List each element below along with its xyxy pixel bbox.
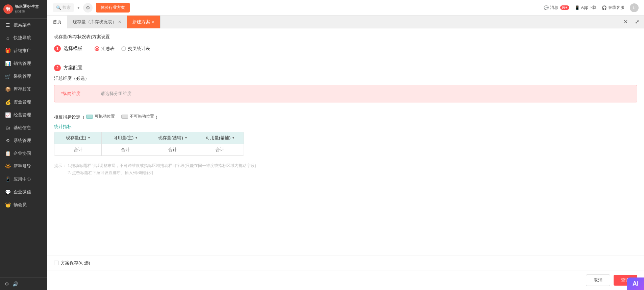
top-bar-right: 💬 消息 99+ 📱 App下载 🎧 在线客服 U (544, 3, 639, 12)
draggable-box (86, 115, 93, 119)
step2-header: 2 方案配置 (54, 65, 637, 71)
top-search[interactable]: 🔍 搜索 (53, 3, 74, 12)
sidebar-item-operations[interactable]: 📈 经营管理 (0, 108, 47, 121)
sidebar-item-label: 新手引导 (14, 163, 31, 169)
chevron-down-icon: ▾ (135, 136, 137, 140)
stats-col-2: 可用量(主) ▾ 合计 (102, 132, 149, 155)
stats-col-1-header[interactable]: 现存量(主) ▾ (54, 132, 101, 144)
trial-button[interactable]: 体验行业方案 (96, 3, 130, 13)
messages-link[interactable]: 💬 消息 99+ (544, 5, 569, 10)
stats-table-header: 现存量(主) ▾ 合计 可用量(主) ▾ 合计 (54, 132, 244, 155)
sidebar-item-purchase[interactable]: 🛒 采购管理 (0, 70, 47, 83)
stats-col-4-body: 合计 (196, 144, 244, 155)
stats-section: 统计指标 现存量(主) ▾ 合计 (54, 124, 637, 157)
metrics-label-text: 模板指标设定（ (54, 115, 85, 120)
step-divider (54, 59, 637, 59)
money-icon: 💰 (5, 99, 11, 105)
tab-inventory-close[interactable]: ✕ (118, 20, 121, 24)
tab-close-all-btn[interactable]: ✕ (621, 18, 630, 26)
phone-download-icon: 📱 (575, 5, 580, 10)
tab-new-plan-label: 新建方案 (132, 19, 150, 25)
sidebar-item-contract[interactable]: 📋 企业协同 (0, 147, 47, 160)
sidebar-item-app-center[interactable]: 📱 应用中心 (0, 173, 47, 186)
sidebar-bottom: ⚙ 🔊 (0, 277, 47, 290)
stats-col-4-header[interactable]: 可用量(基辅) ▾ (196, 132, 244, 144)
tab-new-plan[interactable]: 新建方案 ✕ (127, 16, 160, 28)
chat-icon: 💬 (5, 189, 11, 195)
sidebar-item-label: 系统管理 (14, 138, 31, 144)
sidebar-item-label: 经营管理 (14, 112, 31, 118)
guide-icon: 🔆 (5, 163, 11, 169)
tip-1: 提示： 1.拖动标题栏可以调整布局，不可跨维度或指标区域拖动栏目字段(只能在同一… (54, 162, 637, 170)
save-checkbox-box (54, 261, 59, 265)
sidebar-item-wechat[interactable]: 💬 企业微信 (0, 186, 47, 198)
gift-icon: 🎁 (5, 48, 11, 54)
metrics-divider (54, 108, 637, 108)
customer-service-link[interactable]: 🎧 在线客服 (602, 5, 624, 10)
contract-icon: 📋 (5, 150, 11, 156)
tab-new-plan-close[interactable]: ✕ (151, 20, 155, 24)
sidebar-item-quick-nav[interactable]: ⌂ 快捷导航 (0, 31, 47, 44)
stats-col-3-header[interactable]: 现存量(基辅) ▾ (149, 132, 196, 144)
step1-header: 1 选择模板 汇总表 交叉统计表 (54, 45, 637, 52)
sidebar-item-newbie[interactable]: 🔆 新手引导 (0, 160, 47, 173)
sidebar-item-sales[interactable]: 📊 销售管理 (0, 57, 47, 70)
radio-summary[interactable]: 汇总表 (95, 46, 115, 52)
tip-2: 提示： 2. 点击标题栏下拉可设置排序、插入列和删除列 (54, 169, 637, 177)
sidebar-item-basic-info[interactable]: 🗂 基础信息 (0, 121, 47, 134)
main-wrapper: 🔍 搜索 ▾ ⚙ 体验行业方案 💬 消息 99+ 📱 App下载 🎧 在线客服 … (47, 0, 644, 290)
messages-badge: 99+ (560, 5, 569, 10)
step1-title: 选择模板 (64, 46, 82, 52)
stats-col-2-header[interactable]: 可用量(主) ▾ (102, 132, 149, 144)
sidebar-item-marketing[interactable]: 🎁 营销推广 (0, 44, 47, 57)
tab-home[interactable]: 首页 (47, 16, 67, 28)
tab-expand-btn[interactable]: ⤢ (633, 18, 641, 26)
sidebar: 畅 畅康通好生意 标准版 ☰ 搜索菜单 ⌂ 快捷导航 🎁 营销推广 📊 销售管理… (0, 0, 47, 290)
search-icon: ☰ (5, 22, 11, 28)
tab-bar-right: ✕ ⤢ (621, 18, 644, 26)
page-title: 现存量(库存状况表)方案设置 (54, 34, 637, 40)
step2-badge: 2 (54, 65, 61, 71)
required-dimension-area[interactable]: *纵向维度 —— 请选择分组维度 (54, 85, 637, 102)
stats-table: 现存量(主) ▾ 合计 可用量(主) ▾ 合计 (54, 132, 244, 156)
user-avatar[interactable]: U (630, 3, 639, 12)
stats-col-3-body: 合计 (149, 144, 196, 155)
box-icon: 📦 (5, 86, 11, 92)
app-download-label: App下载 (581, 5, 596, 10)
draggable-label: 可拖动位置 (95, 114, 115, 119)
tab-home-label: 首页 (53, 19, 61, 25)
radio-cross[interactable]: 交叉统计表 (121, 46, 150, 52)
step2-section: 2 方案配置 汇总维度（必选） *纵向维度 —— 请选择分组维度 模板指标设定（ (54, 65, 637, 177)
cart-icon: 🛒 (5, 73, 11, 79)
stats-col-3: 现存量(基辅) ▾ 合计 (149, 132, 196, 155)
radio-summary-label: 汇总表 (101, 46, 115, 52)
cancel-button[interactable]: 取消 (586, 274, 610, 286)
sidebar-item-inventory[interactable]: 📦 库存核算 (0, 83, 47, 96)
ai-badge[interactable]: Ai (627, 277, 644, 290)
vertical-dim-label: *纵向维度 (61, 91, 80, 97)
sidebar-item-label: 采购管理 (14, 73, 31, 79)
sidebar-item-label: 基础信息 (14, 125, 31, 131)
save-checkbox[interactable]: 方案保存(可选) (54, 260, 637, 266)
step2-title: 方案配置 (64, 65, 82, 71)
phone-icon: 📱 (5, 176, 11, 182)
sidebar-item-label: 销售管理 (14, 61, 31, 67)
search-icon: 🔍 (56, 5, 61, 10)
sidebar-item-search[interactable]: ☰ 搜索菜单 (0, 19, 47, 31)
non-draggable-label: 不可拖动位置 (130, 114, 154, 119)
settings-icon[interactable]: ⚙ (5, 281, 9, 287)
sidebar-item-finance[interactable]: 💰 资金管理 (0, 96, 47, 108)
sidebar-item-system[interactable]: ⚙ 系统管理 (0, 134, 47, 147)
volume-icon[interactable]: 🔊 (13, 281, 18, 287)
sidebar-item-members[interactable]: 👑 畅会员 (0, 198, 47, 211)
gear-button[interactable]: ⚙ (83, 3, 93, 13)
app-download-link[interactable]: 📱 App下载 (575, 5, 596, 10)
dropdown-arrow-icon[interactable]: ▾ (77, 5, 80, 10)
tab-inventory-label: 现存量（库存状况表） (73, 19, 117, 25)
tab-inventory[interactable]: 现存量（库存状况表） ✕ (67, 16, 127, 28)
stats-title: 统计指标 (54, 124, 637, 130)
chevron-down-icon: ▾ (232, 136, 234, 140)
logo-text: 畅康通好生意 标准版 (15, 4, 39, 14)
action-bar: 取消 查询 (47, 270, 644, 290)
sidebar-item-label: 企业协同 (14, 150, 31, 156)
